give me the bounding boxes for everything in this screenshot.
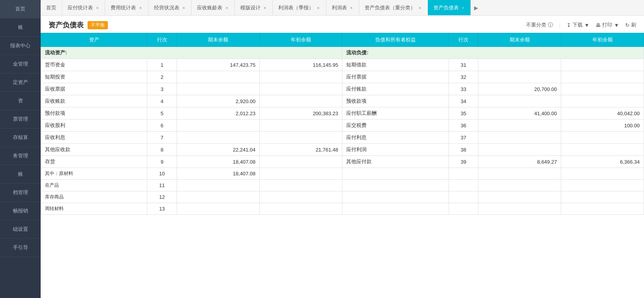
asset-begin-balance	[259, 191, 342, 203]
download-action[interactable]: ↧ 下载 ▼	[567, 21, 589, 29]
print-action[interactable]: 🖶 打印 ▼	[596, 21, 619, 29]
refresh-action[interactable]: ↻ 刷	[625, 21, 636, 29]
liab-label: 其他应付款	[342, 156, 449, 168]
header-begin-balance: 年初余额	[259, 33, 342, 47]
info-icon: ⓘ	[548, 21, 553, 29]
asset-begin-balance	[259, 71, 342, 83]
asset-begin-balance	[259, 156, 342, 168]
tab-home-label: 首页	[46, 4, 56, 11]
sidebar: 首页 账 报表中心 金管理 定资产 资 票管理 存核算 务管理 账 档管理 畅报…	[0, 0, 41, 298]
liab-begin-balance	[561, 191, 644, 203]
asset-row-num: 9	[147, 156, 177, 168]
refresh-icon: ↻	[625, 22, 630, 28]
asset-end-balance	[177, 180, 259, 191]
asset-begin-balance	[259, 180, 342, 191]
liab-row-num	[449, 168, 478, 180]
liab-row-num: 31	[449, 59, 478, 71]
tab-income[interactable]: 利润表 ×	[326, 0, 359, 16]
liab-end-balance	[478, 180, 561, 191]
asset-row-num: 13	[147, 203, 177, 215]
asset-label: 库存商品	[41, 191, 147, 203]
sidebar-item-inventory[interactable]: 存核算	[0, 128, 41, 147]
sidebar-item-account[interactable]: 账	[0, 18, 41, 37]
sidebar-item-assets[interactable]: 资	[0, 92, 41, 110]
tab-close-business[interactable]: ×	[182, 5, 186, 11]
page-actions: 不重分类 ⓘ | ↧ 下载 ▼ 🖶 打印 ▼ ↻ 刷	[526, 21, 636, 29]
sidebar-item-home[interactable]: 首页	[0, 0, 41, 18]
liab-end-balance	[478, 95, 561, 107]
header-row-num: 行次	[147, 33, 177, 47]
tab-home[interactable]: 首页	[41, 0, 62, 16]
asset-begin-balance	[259, 203, 342, 215]
tab-aging[interactable]: 应收账龄表 ×	[191, 0, 234, 16]
liab-begin-balance	[561, 59, 644, 71]
liab-row-num	[449, 180, 478, 191]
tab-close-template[interactable]: ×	[263, 5, 267, 11]
sidebar-item-invoice[interactable]: 票管理	[0, 110, 41, 128]
tab-close-expense[interactable]: ×	[138, 5, 142, 11]
liab-label	[342, 203, 449, 215]
asset-begin-balance	[259, 132, 342, 144]
liab-label: 应付职工薪酬	[342, 107, 449, 120]
tab-balance-reclassified[interactable]: 资产负债表（重分类） ×	[359, 0, 428, 16]
print-label: 打印	[602, 21, 612, 29]
asset-label: 应收票据	[41, 83, 147, 95]
liab-begin-balance	[561, 132, 644, 144]
tab-balance[interactable]: 资产负债表 ×	[428, 0, 471, 16]
tab-income-quarterly[interactable]: 利润表（季报） ×	[273, 0, 326, 16]
sidebar-item-settings[interactable]: 础设置	[0, 220, 41, 239]
asset-end-balance	[177, 132, 259, 144]
header-liab-end-balance: 期末余额	[478, 33, 561, 47]
download-label: 下载	[572, 21, 583, 29]
tab-business[interactable]: 经营状况表 ×	[148, 0, 191, 16]
tab-close-aging[interactable]: ×	[225, 5, 229, 11]
liab-row-num: 34	[449, 95, 478, 107]
tab-close-income-q[interactable]: ×	[316, 5, 320, 11]
liab-label	[342, 168, 449, 180]
no-reclassify-action[interactable]: 不重分类 ⓘ	[526, 21, 553, 29]
liab-label: 应付利润	[342, 144, 449, 156]
tab-arrow-right[interactable]: ▶	[471, 5, 481, 11]
liab-begin-balance	[561, 71, 644, 83]
tab-expense-stats[interactable]: 费用统计表 ×	[105, 0, 148, 16]
tab-label: 应收账龄表	[197, 4, 222, 11]
refresh-label: 刷	[631, 21, 636, 29]
liab-row-num: 38	[449, 144, 478, 156]
asset-begin-balance: 21,761.48	[259, 144, 342, 156]
liab-row-num: 32	[449, 71, 478, 83]
sidebar-item-file[interactable]: 档管理	[0, 184, 41, 202]
asset-begin-balance	[259, 95, 342, 107]
tab-close-balance-r[interactable]: ×	[418, 5, 422, 11]
liab-label: 预收款项	[342, 95, 449, 107]
liab-begin-balance	[561, 83, 644, 95]
asset-row-num: 8	[147, 144, 177, 156]
liab-end-balance	[478, 144, 561, 156]
asset-row-num: 10	[147, 168, 177, 180]
section-asset-label: 流动资产:	[41, 47, 342, 59]
tab-close-payable[interactable]: ×	[95, 5, 99, 11]
section-liab-label: 流动负债:	[342, 47, 644, 59]
liab-begin-balance	[561, 180, 644, 191]
sidebar-item-ledger[interactable]: 账	[0, 165, 41, 184]
asset-label: 存货	[41, 156, 147, 168]
tab-template[interactable]: 模版设计 ×	[235, 0, 273, 16]
chevron-down-icon: ▼	[584, 22, 589, 28]
sidebar-item-report-center[interactable]: 报表中心	[0, 37, 41, 55]
asset-row-num: 11	[147, 180, 177, 191]
sidebar-item-expense[interactable]: 畅报销	[0, 202, 41, 220]
tab-close-income[interactable]: ×	[349, 5, 353, 11]
sidebar-item-fixed-assets[interactable]: 定资产	[0, 73, 41, 92]
asset-begin-balance: 116,145.95	[259, 59, 342, 71]
tab-label: 经营状况表	[154, 4, 179, 11]
tab-label: 应付统计表	[68, 4, 93, 11]
asset-row-num: 2	[147, 71, 177, 83]
sidebar-item-tax[interactable]: 务管理	[0, 147, 41, 165]
tab-close-balance[interactable]: ×	[461, 5, 465, 11]
sidebar-item-fund-management[interactable]: 金管理	[0, 55, 41, 73]
sidebar-item-guide[interactable]: 手引导	[0, 239, 41, 257]
tab-payable-stats[interactable]: 应付统计表 ×	[62, 0, 105, 16]
asset-label: 周转材料	[41, 203, 147, 215]
liab-end-balance	[478, 59, 561, 71]
asset-label: 其他应收款	[41, 144, 147, 156]
liab-end-balance	[478, 191, 561, 203]
